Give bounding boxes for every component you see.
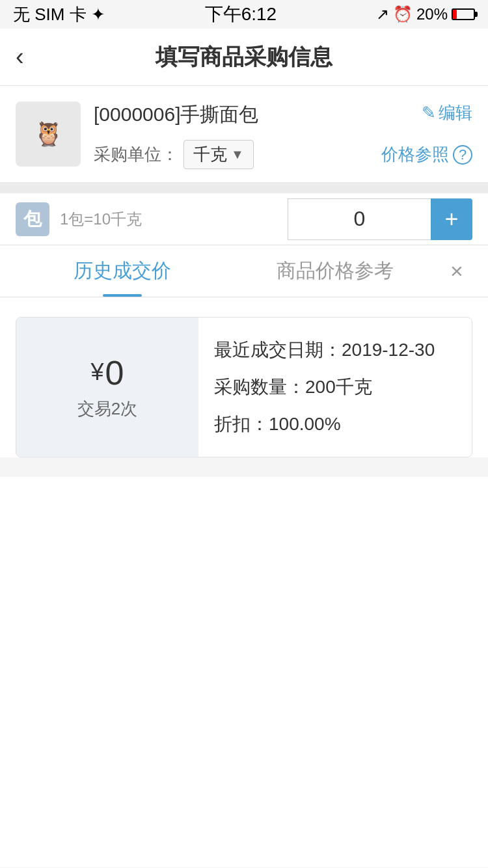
qty-unit-note: 1包=10千克	[60, 209, 142, 230]
quantity-input[interactable]	[288, 198, 431, 240]
product-thumbnail: 🦉	[16, 102, 81, 167]
status-right: ↗ ⏰ 20%	[376, 5, 475, 23]
location-icon: ↗	[376, 5, 389, 23]
unit-selector[interactable]: 千克 ▼	[183, 140, 254, 169]
tabs-panel: 历史成交价 商品价格参考 × ¥ 0 交易2次 最近成交日期：2019-12-3…	[0, 245, 488, 457]
quantity-row: 包 1包=10千克 +	[0, 193, 488, 245]
qty-unit-box: 包	[16, 202, 49, 236]
unit-value: 千克	[193, 143, 227, 166]
unit-label: 采购单位：	[94, 143, 178, 166]
alarm-icon: ⏰	[393, 5, 413, 23]
history-right: 最近成交日期：2019-12-30 采购数量：200千克 折扣：100.00%	[198, 318, 472, 457]
product-name: [0000006]手撕面包	[94, 102, 258, 128]
page-title: 填写商品采购信息	[156, 42, 332, 72]
edit-icon: ✎	[422, 103, 436, 123]
help-circle-icon: ?	[453, 145, 472, 165]
edit-button[interactable]: ✎ 编辑	[422, 102, 472, 124]
tabs-header: 历史成交价 商品价格参考 ×	[0, 245, 488, 297]
nav-bar: ‹ 填写商品采购信息	[0, 29, 488, 86]
history-left: ¥ 0 交易2次	[16, 318, 198, 457]
product-thumb-icon: 🦉	[34, 120, 63, 148]
section-divider	[0, 183, 488, 193]
battery-percent: 20%	[416, 5, 448, 23]
history-card: ¥ 0 交易2次 最近成交日期：2019-12-30 采购数量：200千克 折扣…	[16, 317, 472, 457]
history-transaction-count: 交易2次	[77, 398, 137, 420]
tab-close-button[interactable]: ×	[441, 256, 472, 287]
unit-label-group: 采购单位： 千克 ▼	[94, 140, 254, 169]
page-rest	[0, 477, 488, 867]
history-recent-date: 最近成交日期：2019-12-30	[214, 337, 456, 362]
history-price: ¥ 0	[91, 353, 124, 392]
history-qty: 采购数量：200千克	[214, 374, 456, 400]
price-value: 0	[105, 353, 124, 392]
qty-plus-button[interactable]: +	[431, 198, 472, 240]
tab-history-price[interactable]: 历史成交价	[16, 245, 228, 297]
history-discount: 折扣：100.00%	[214, 411, 456, 437]
status-left: 无 SIM 卡 ✦	[13, 3, 105, 26]
product-top-row: [0000006]手撕面包 ✎ 编辑	[94, 102, 472, 128]
product-card: 🦉 [0000006]手撕面包 ✎ 编辑 采购单位： 千克 ▼ 价格参照 ?	[0, 86, 488, 183]
status-time: 下午6:12	[205, 2, 277, 27]
battery-icon	[452, 8, 475, 20]
currency-symbol: ¥	[91, 359, 104, 386]
product-info: [0000006]手撕面包 ✎ 编辑 采购单位： 千克 ▼ 价格参照 ?	[94, 102, 472, 169]
back-button[interactable]: ‹	[16, 43, 24, 71]
tab-product-price-ref[interactable]: 商品价格参考	[228, 245, 441, 297]
price-reference-button[interactable]: 价格参照 ?	[381, 143, 472, 166]
status-bar: 无 SIM 卡 ✦ 下午6:12 ↗ ⏰ 20%	[0, 0, 488, 29]
dropdown-arrow-icon: ▼	[231, 147, 244, 162]
qty-unit-info: 包 1包=10千克	[16, 202, 142, 236]
product-unit-row: 采购单位： 千克 ▼ 价格参照 ?	[94, 140, 472, 169]
qty-controls: +	[288, 198, 472, 240]
